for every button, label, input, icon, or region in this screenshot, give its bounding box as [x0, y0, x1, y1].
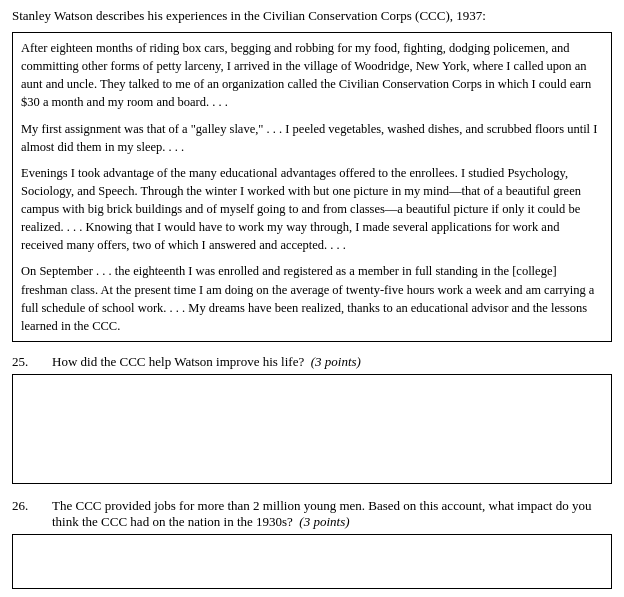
- question-25-number: 25.: [12, 354, 52, 370]
- question-25-points: (3 points): [311, 354, 361, 369]
- question-26-number: 26.: [12, 498, 52, 530]
- question-26-label: 26. The CCC provided jobs for more than …: [12, 498, 612, 530]
- passage-paragraph-0: After eighteen months of riding box cars…: [21, 39, 603, 112]
- question-26-answer[interactable]: [12, 534, 612, 589]
- question-25-main: How did the CCC help Watson improve his …: [52, 354, 304, 369]
- passage-paragraph-1: My first assignment was that of a "galle…: [21, 120, 603, 156]
- passage-paragraph-2: Evenings I took advantage of the many ed…: [21, 164, 603, 255]
- question-25-section: 25. How did the CCC help Watson improve …: [12, 354, 612, 484]
- passage-box: After eighteen months of riding box cars…: [12, 32, 612, 342]
- question-26-section: 26. The CCC provided jobs for more than …: [12, 498, 612, 589]
- question-26-text: The CCC provided jobs for more than 2 mi…: [52, 498, 612, 530]
- question-26-points: (3 points): [299, 514, 349, 529]
- passage-paragraph-3: On September . . . the eighteenth I was …: [21, 262, 603, 335]
- question-25-label: 25. How did the CCC help Watson improve …: [12, 354, 612, 370]
- question-25-text: How did the CCC help Watson improve his …: [52, 354, 612, 370]
- intro-text: Stanley Watson describes his experiences…: [12, 8, 612, 24]
- question-25-answer[interactable]: [12, 374, 612, 484]
